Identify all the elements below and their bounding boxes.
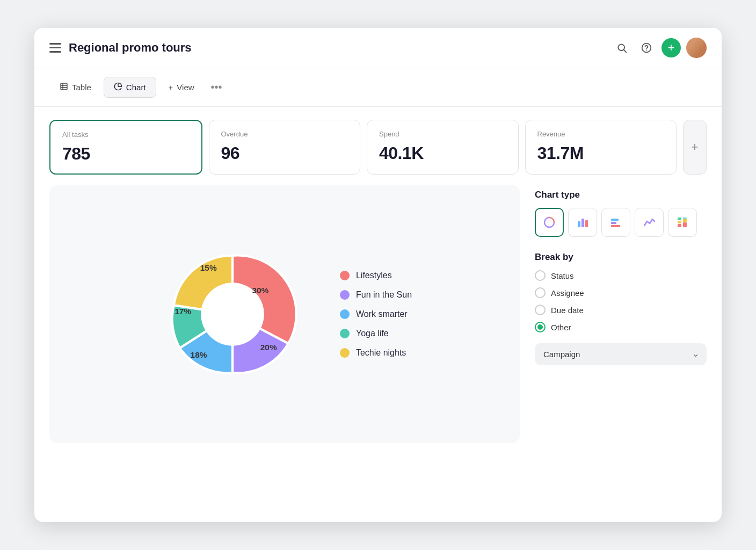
- stat-value-revenue: 31.7M: [537, 143, 665, 163]
- radio-other[interactable]: Other: [535, 322, 707, 332]
- chart-legend: Lifestyles Fun in the Sun Work smarter Y…: [340, 271, 412, 358]
- chart-type-bar[interactable]: [568, 208, 597, 237]
- svg-point-13: [547, 220, 551, 225]
- page-title: Regional promo tours: [69, 41, 192, 55]
- svg-rect-19: [611, 225, 620, 227]
- tabs-more-button[interactable]: •••: [207, 77, 227, 98]
- svg-rect-21: [678, 221, 681, 223]
- legend-label-yoga-life: Yoga life: [356, 329, 389, 338]
- radio-circle-due-date: [535, 305, 546, 315]
- svg-text:18%: 18%: [191, 350, 207, 359]
- app-window: Regional promo tours +: [34, 28, 722, 522]
- right-panel: Chart type: [535, 185, 707, 365]
- add-button[interactable]: +: [662, 38, 681, 57]
- svg-text:30%: 30%: [252, 286, 268, 295]
- avatar[interactable]: [686, 38, 707, 58]
- stat-value-overdue: 96: [221, 143, 348, 163]
- stat-card-revenue[interactable]: Revenue 31.7M: [525, 120, 677, 175]
- chart-type-horizontal-bar[interactable]: [601, 208, 630, 237]
- tab-chart[interactable]: Chart: [104, 77, 156, 98]
- svg-rect-25: [683, 218, 687, 219]
- tabs-bar: Table Chart + View •••: [34, 68, 722, 107]
- donut-svg: 30% 20% 18% 17% 15%: [157, 239, 308, 389]
- legend-work-smarter: Work smarter: [340, 309, 412, 319]
- stat-value-spend: 40.1K: [379, 143, 506, 163]
- legend-label-lifestyles: Lifestyles: [356, 271, 392, 280]
- table-icon: [60, 82, 68, 92]
- legend-dot-techie-nights: [340, 348, 350, 358]
- svg-text:15%: 15%: [200, 263, 217, 272]
- legend-label-techie-nights: Techie nights: [356, 348, 406, 358]
- legend-fun-in-sun: Fun in the Sun: [340, 290, 412, 300]
- radio-label-status: Status: [551, 271, 574, 280]
- legend-techie-nights: Techie nights: [340, 348, 412, 358]
- tab-view-label: View: [177, 83, 194, 92]
- radio-circle-other: [535, 322, 546, 332]
- header: Regional promo tours +: [34, 28, 722, 68]
- legend-lifestyles: Lifestyles: [340, 271, 412, 280]
- svg-line-1: [624, 50, 627, 53]
- campaign-dropdown[interactable]: Campaign Project Team Region: [535, 343, 707, 365]
- svg-rect-17: [611, 219, 619, 221]
- legend-label-fun-in-sun: Fun in the Sun: [356, 290, 412, 300]
- legend-yoga-life: Yoga life: [340, 329, 412, 338]
- radio-due-date[interactable]: Due date: [535, 305, 707, 315]
- tab-chart-label: Chart: [126, 83, 146, 92]
- stat-label-all-tasks: All tasks: [62, 131, 190, 139]
- break-by-options: Status Assignee Due date Other: [535, 270, 707, 332]
- tab-table[interactable]: Table: [49, 77, 101, 98]
- svg-rect-15: [581, 219, 584, 227]
- stats-row: All tasks 785 Overdue 96 Spend 40.1K Rev…: [34, 107, 722, 175]
- main-content: 30% 20% 18% 17% 15% Lifestyles Fun in th…: [34, 175, 722, 458]
- radio-circle-assignee: [535, 287, 546, 298]
- radio-label-other: Other: [551, 323, 571, 332]
- header-left: Regional promo tours: [49, 41, 192, 55]
- campaign-dropdown-wrapper: Campaign Project Team Region: [535, 341, 707, 365]
- svg-rect-24: [683, 219, 687, 222]
- tab-view[interactable]: + View: [158, 77, 205, 97]
- legend-dot-lifestyles: [340, 271, 350, 280]
- chart-type-title: Chart type: [535, 190, 707, 200]
- stat-label-spend: Spend: [379, 130, 506, 138]
- legend-dot-fun-in-sun: [340, 290, 350, 300]
- legend-label-work-smarter: Work smarter: [356, 309, 408, 319]
- svg-rect-3: [61, 83, 67, 90]
- legend-dot-yoga-life: [340, 329, 350, 338]
- svg-rect-18: [611, 222, 616, 224]
- chart-type-stacked[interactable]: [668, 208, 697, 237]
- header-right: +: [612, 38, 707, 58]
- stat-card-spend[interactable]: Spend 40.1K: [367, 120, 519, 175]
- chart-type-buttons: [535, 208, 707, 237]
- menu-icon[interactable]: [49, 43, 61, 53]
- stat-label-overdue: Overdue: [221, 130, 348, 138]
- svg-text:20%: 20%: [260, 343, 277, 352]
- chart-icon: [114, 82, 122, 92]
- radio-assignee[interactable]: Assignee: [535, 287, 707, 298]
- svg-rect-23: [683, 222, 687, 227]
- stat-value-all-tasks: 785: [62, 144, 190, 164]
- plus-icon: +: [169, 83, 173, 92]
- stat-card-overdue[interactable]: Overdue 96: [209, 120, 361, 175]
- donut-chart: 30% 20% 18% 17% 15%: [157, 239, 308, 389]
- stat-card-all-tasks[interactable]: All tasks 785: [49, 120, 202, 175]
- svg-rect-16: [585, 220, 588, 227]
- svg-rect-20: [678, 224, 681, 227]
- radio-label-due-date: Due date: [551, 306, 584, 315]
- search-button[interactable]: [612, 38, 631, 57]
- svg-rect-22: [678, 218, 681, 220]
- radio-label-assignee: Assignee: [551, 288, 584, 298]
- help-button[interactable]: [637, 38, 656, 57]
- stat-label-revenue: Revenue: [537, 130, 665, 138]
- break-by-title: Break by: [535, 252, 707, 263]
- svg-rect-14: [578, 221, 580, 227]
- svg-text:17%: 17%: [175, 307, 191, 316]
- tab-table-label: Table: [72, 83, 91, 92]
- chart-type-line[interactable]: [635, 208, 664, 237]
- chart-type-donut[interactable]: [535, 208, 564, 237]
- add-stat-button[interactable]: +: [683, 120, 707, 175]
- radio-circle-status: [535, 270, 546, 281]
- chart-area: 30% 20% 18% 17% 15% Lifestyles Fun in th…: [49, 185, 520, 443]
- radio-status[interactable]: Status: [535, 270, 707, 281]
- legend-dot-work-smarter: [340, 309, 350, 319]
